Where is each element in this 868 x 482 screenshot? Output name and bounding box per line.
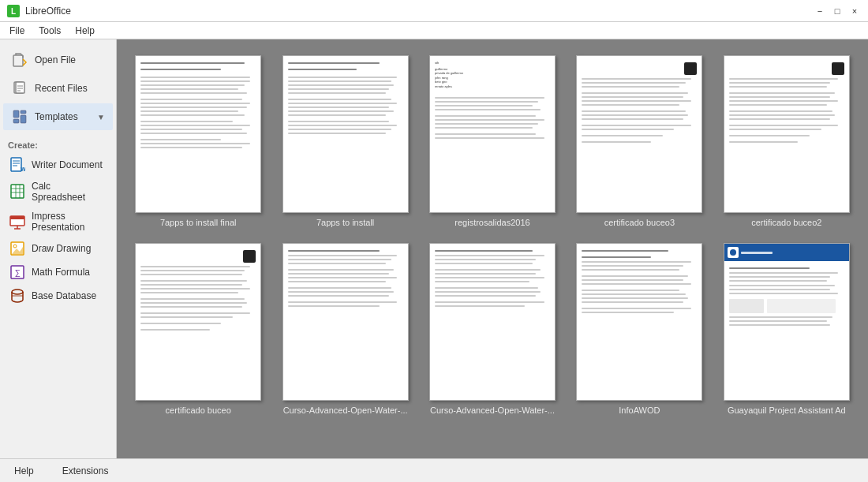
doc-name: Guayaquil Project Assistant Ad xyxy=(728,405,846,415)
doc-thumbnail xyxy=(724,243,850,401)
doc-name: certificado buceo xyxy=(166,405,231,415)
menu-help[interactable]: Help xyxy=(69,24,101,38)
doc-name: registrosalidas2016 xyxy=(455,218,529,227)
create-calc-label: Calc Spreadsheet xyxy=(32,181,107,203)
templates-label: Templates xyxy=(35,111,78,122)
writer-icon: W xyxy=(9,157,25,173)
doc-thumbnail xyxy=(429,243,556,401)
svg-rect-10 xyxy=(13,119,19,123)
doc-thumbnail xyxy=(135,55,261,213)
doc-card[interactable]: certificado buceo2 xyxy=(721,55,852,227)
create-impress[interactable]: Impress Presentation xyxy=(8,207,108,237)
doc-card[interactable]: InfoAWOD xyxy=(574,243,705,415)
thumb-content xyxy=(283,244,408,400)
thumb-content xyxy=(136,244,260,400)
templates-icon xyxy=(11,108,28,125)
doc-name: InfoAWOD xyxy=(619,405,660,415)
thumb-content: sth guillermo privada de guillermo john … xyxy=(430,56,555,212)
templates-inner: Templates xyxy=(11,108,78,125)
create-impress-label: Impress Presentation xyxy=(32,211,107,233)
thumb-content xyxy=(577,56,702,212)
doc-card[interactable]: Curso-Advanced-Open-Water-... xyxy=(279,243,410,415)
doc-card[interactable]: 7apps to install xyxy=(279,55,410,227)
menu-bar: File Tools Help xyxy=(0,22,868,39)
maximize-button[interactable]: □ xyxy=(830,4,844,18)
doc-name: certificado buceo3 xyxy=(604,218,675,227)
create-draw-label: Draw Drawing xyxy=(32,243,91,254)
svg-rect-11 xyxy=(21,115,26,123)
open-file-label: Open File xyxy=(35,54,76,65)
svg-rect-17 xyxy=(11,185,24,198)
thumb-content xyxy=(283,56,408,212)
svg-text:W: W xyxy=(21,166,25,172)
title-bar-label: LibreOffice xyxy=(25,6,71,17)
content-area[interactable]: 7apps to install final xyxy=(117,39,868,458)
extensions-button[interactable]: Extensions xyxy=(56,463,115,479)
doc-thumbnail xyxy=(135,243,261,401)
sidebar-item-templates[interactable]: Templates ▼ xyxy=(3,103,113,130)
svg-rect-8 xyxy=(13,110,19,118)
base-icon xyxy=(9,288,25,304)
impress-icon xyxy=(9,214,25,230)
create-writer[interactable]: W Writer Document xyxy=(8,153,108,177)
recent-files-label: Recent Files xyxy=(35,83,88,94)
help-button[interactable]: Help xyxy=(8,463,40,479)
svg-rect-9 xyxy=(21,110,26,114)
doc-name: 7apps to install final xyxy=(160,218,237,227)
doc-thumbnail xyxy=(282,55,409,213)
thumb-content xyxy=(724,264,849,400)
recent-files-icon xyxy=(11,80,28,97)
create-calc[interactable]: Calc Spreadsheet xyxy=(8,177,108,207)
svg-rect-23 xyxy=(10,216,24,219)
thumb-content xyxy=(724,56,849,212)
create-section: Create: W Writer Document xyxy=(0,137,116,311)
svg-rect-4 xyxy=(16,82,24,93)
doc-thumbnail: sth guillermo privada de guillermo john … xyxy=(429,55,556,213)
doc-name: Curso-Advanced-Open-Water-... xyxy=(430,405,555,415)
svg-rect-2 xyxy=(13,55,23,66)
create-draw[interactable]: Draw Drawing xyxy=(8,237,108,260)
doc-card[interactable]: Curso-Advanced-Open-Water-... xyxy=(427,243,558,415)
draw-icon xyxy=(9,241,25,256)
doc-card[interactable]: 7apps to install final xyxy=(133,55,264,227)
calc-icon xyxy=(9,184,25,200)
doc-thumbnail xyxy=(576,243,702,401)
chevron-down-icon: ▼ xyxy=(97,113,105,121)
doc-name: certificado buceo2 xyxy=(751,218,821,227)
thumb-content xyxy=(430,244,555,400)
doc-card[interactable]: Guayaquil Project Assistant Ad xyxy=(721,243,852,415)
create-base-label: Base Database xyxy=(32,290,96,301)
close-button[interactable]: × xyxy=(847,4,862,18)
app-logo: L xyxy=(6,4,21,18)
create-math-label: Math Formula xyxy=(32,267,90,278)
menu-tools[interactable]: Tools xyxy=(32,24,67,38)
thumb-content xyxy=(136,56,260,212)
menu-file[interactable]: File xyxy=(3,24,31,38)
open-file-icon xyxy=(11,51,28,69)
create-writer-label: Writer Document xyxy=(32,159,103,170)
doc-name: Curso-Advanced-Open-Water-... xyxy=(283,405,408,415)
create-math[interactable]: ∑ Math Formula xyxy=(8,260,108,284)
doc-thumbnail xyxy=(282,243,409,401)
create-label: Create: xyxy=(8,140,108,150)
create-base[interactable]: Base Database xyxy=(8,284,108,308)
svg-point-31 xyxy=(12,290,23,294)
doc-card[interactable]: sth guillermo privada de guillermo john … xyxy=(427,55,558,227)
sidebar: Open File Recent Files xyxy=(0,39,117,458)
doc-thumbnail xyxy=(576,55,702,213)
math-icon: ∑ xyxy=(9,264,25,280)
footer: Help Extensions xyxy=(0,458,868,482)
doc-card[interactable]: certificado buceo3 xyxy=(574,55,705,227)
doc-thumbnail xyxy=(724,55,850,213)
minimize-button[interactable]: − xyxy=(813,4,827,18)
doc-card[interactable]: certificado buceo xyxy=(133,243,264,415)
svg-text:L: L xyxy=(11,7,16,16)
document-grid: 7apps to install final xyxy=(133,55,852,415)
svg-text:∑: ∑ xyxy=(14,268,20,277)
thumb-content xyxy=(577,244,702,400)
main-layout: Open File Recent Files xyxy=(0,39,868,458)
sidebar-item-open-file[interactable]: Open File xyxy=(3,47,113,73)
sidebar-item-recent-files[interactable]: Recent Files xyxy=(3,75,113,102)
title-bar: L LibreOffice − □ × xyxy=(0,0,868,22)
doc-name: 7apps to install xyxy=(316,218,374,227)
